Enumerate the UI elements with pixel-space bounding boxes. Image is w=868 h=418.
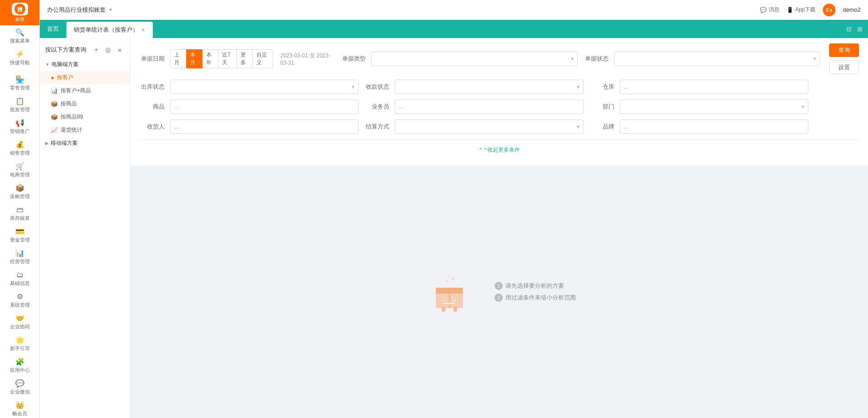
minimize-button[interactable]: ⊟	[844, 24, 854, 33]
app-download-label: App下载	[795, 6, 816, 14]
sidebar-item-system[interactable]: ⚙ 系统管理	[0, 290, 39, 311]
filter-row-4: 收货人 ... 结算方式 ▾ 品牌 ...	[139, 119, 859, 134]
sidebar-item-retail[interactable]: 🏪 零售管理	[0, 72, 39, 94]
sidebar-item-marketing-label: 营销推广	[10, 128, 30, 135]
chevron-down-icon-payment-status: ▾	[577, 84, 580, 90]
sidebar-item-inventory-label: 库存核算	[10, 215, 30, 222]
sidebar-item-purchase[interactable]: 📦 采购管理	[0, 181, 39, 203]
user-name[interactable]: demo2	[843, 6, 861, 13]
scheme-group-desktop-header[interactable]: ▼ 电脑端方案	[40, 58, 130, 71]
sidebar-item-sales[interactable]: 💰 销售管理	[0, 138, 39, 159]
message-label: 消息	[769, 6, 779, 14]
operation-icon: 📊	[15, 249, 24, 257]
sidebar-item-quicknav-label: 快捷导航	[10, 59, 30, 66]
date-preset-last-month[interactable]: 上月	[170, 49, 186, 68]
sidebar-item-apps[interactable]: 🧩 应用中心	[0, 355, 39, 376]
order-status-label: 单据状态	[583, 55, 609, 63]
scheme-settings-button[interactable]: ◎	[104, 45, 113, 54]
date-preset-this-year[interactable]: 本年	[203, 49, 218, 68]
svg-point-11	[446, 280, 448, 282]
collapse-label: 收起更多条件	[487, 146, 520, 154]
receiver-label: 收货人	[139, 123, 165, 131]
app-title-dropdown-icon[interactable]: ▾	[109, 7, 112, 13]
warehouse-field[interactable]: ...	[620, 80, 808, 94]
svg-point-12	[451, 277, 455, 280]
sidebar-item-newbie[interactable]: 🌟 新手引导	[0, 333, 39, 355]
scheme-collapse-button[interactable]: «	[115, 45, 124, 54]
brand-field[interactable]: ...	[620, 119, 808, 134]
empty-state: 1 请先选择要分析的方案 2 用过滤条件来缩小分析范围	[495, 282, 576, 302]
scheme-item-by-product-99[interactable]: 📦 按商品99	[40, 110, 130, 124]
receiver-field[interactable]: ...	[170, 119, 359, 134]
payment-status-field[interactable]: ▾	[395, 80, 583, 94]
message-icon: 💬	[760, 7, 767, 13]
sidebar-item-inventory[interactable]: 🗃 库存核算	[0, 203, 39, 224]
top-header-left: 办公用品行业模拟账套 ▾	[47, 6, 112, 14]
date-preset-this-month[interactable]: 本月	[186, 49, 202, 68]
scheme-group-mobile-label: 移动端方案	[51, 139, 78, 147]
tab-close-button[interactable]: ✕	[141, 27, 145, 33]
order-type-field[interactable]: ▾	[371, 52, 577, 66]
quicknav-icon: ⚡	[15, 50, 24, 58]
staff-field[interactable]: ...	[395, 100, 583, 114]
out-status-field[interactable]: ▾	[170, 80, 359, 94]
scheme-add-button[interactable]: ＋	[92, 45, 101, 54]
scheme-group-mobile-header[interactable]: ▶ 移动端方案	[40, 137, 130, 150]
warehouse-label: 仓库	[589, 83, 614, 91]
hint-text-2: 用过滤条件来缩小分析范围	[505, 294, 576, 302]
sidebar-item-cooperation[interactable]: 🤝 企业协同	[0, 311, 39, 333]
product-placeholder: ...	[174, 104, 354, 110]
date-preset-last-7[interactable]: 近7天	[218, 49, 237, 68]
customer-icon: ●	[51, 74, 54, 81]
scheme-item-by-customer-product[interactable]: 📊 按客户+商品	[40, 84, 130, 97]
product-field[interactable]: ...	[170, 100, 359, 114]
setting-button[interactable]: 设置	[829, 61, 859, 74]
sidebar-item-ecommerce[interactable]: 🛒 电商管理	[0, 159, 39, 181]
sidebar-item-member[interactable]: 👑 畅会员	[0, 398, 39, 418]
scheme-group-desktop-label: 电脑端方案	[52, 61, 79, 68]
date-preset-more[interactable]: 更多	[237, 49, 253, 68]
scheme-group-desktop: ▼ 电脑端方案 ● 按客户 📊 按客户+商品 📦 按商品 📦 按商品9	[40, 58, 130, 137]
scheme-item-return-stat[interactable]: 📈 退货统计	[40, 124, 130, 137]
empty-hint-1: 1 请先选择要分析的方案	[495, 282, 564, 290]
scheme-item-by-product[interactable]: 📦 按商品	[40, 97, 130, 110]
payment-method-field[interactable]: ▾	[395, 119, 583, 134]
sidebar-item-finance[interactable]: 💳 资金管理	[0, 224, 39, 246]
btn-group: 查询 设置	[829, 43, 859, 74]
sidebar-item-marketing[interactable]: 📢 营销推广	[0, 116, 39, 138]
scheme-item-by-customer[interactable]: ● 按客户	[40, 71, 130, 84]
sidebar-item-system-label: 系统管理	[10, 302, 30, 309]
query-button[interactable]: 查询	[829, 43, 859, 57]
collapse-button[interactable]: ⌃⌃ 收起更多条件	[478, 143, 520, 157]
filter-row-3: 商品 ... 业务员 ... 部门 ▾	[139, 100, 859, 114]
department-field[interactable]: ▾	[620, 100, 808, 114]
sidebar-item-ecommerce-label: 电商管理	[10, 171, 30, 178]
tab-sales-stat[interactable]: 销货单统计表（按客户） ✕	[66, 22, 153, 38]
brand-label: 品牌	[589, 123, 614, 131]
brand-placeholder: ...	[624, 124, 804, 130]
message-button[interactable]: 💬 消息	[760, 6, 779, 14]
tab-sales-stat-label: 销货单统计表（按客户）	[74, 26, 138, 34]
logo-area: 搜 标搜	[0, 0, 39, 25]
tab-home[interactable]: 首页	[40, 20, 66, 38]
order-status-field[interactable]: ▾	[614, 52, 820, 66]
sales-icon: 💰	[15, 140, 24, 149]
date-preset-custom[interactable]: 自定义	[253, 49, 273, 68]
sidebar-item-basic[interactable]: 🗂 基础信息	[0, 268, 39, 290]
sidebar-item-wholesale[interactable]: 📋 批发管理	[0, 94, 39, 116]
scheme-item-return-stat-label: 退货统计	[61, 126, 82, 134]
scheme-actions: ＋ ◎ «	[92, 45, 124, 54]
sidebar-item-quicknav[interactable]: ⚡ 快捷导航	[0, 47, 39, 69]
sidebar-item-search[interactable]: 🔍 搜索菜单	[0, 25, 39, 47]
chevron-down-icon-out-status: ▾	[352, 84, 354, 90]
scheme-item-by-customer-product-label: 按客户+商品	[61, 87, 91, 95]
sidebar-item-wechat[interactable]: 💬 企业微信	[0, 376, 39, 398]
maximize-button[interactable]: ⊞	[855, 24, 864, 33]
app-download-button[interactable]: 📱 App下载	[787, 6, 816, 14]
system-icon: ⚙	[17, 292, 23, 301]
download-icon: 📱	[787, 7, 793, 13]
sidebar-item-operation-label: 经营管理	[10, 258, 30, 265]
sidebar-item-operation[interactable]: 📊 经营管理	[0, 246, 39, 268]
hint-num-1: 1	[495, 282, 503, 290]
sidebar-item-member-label: 畅会员	[12, 410, 27, 417]
